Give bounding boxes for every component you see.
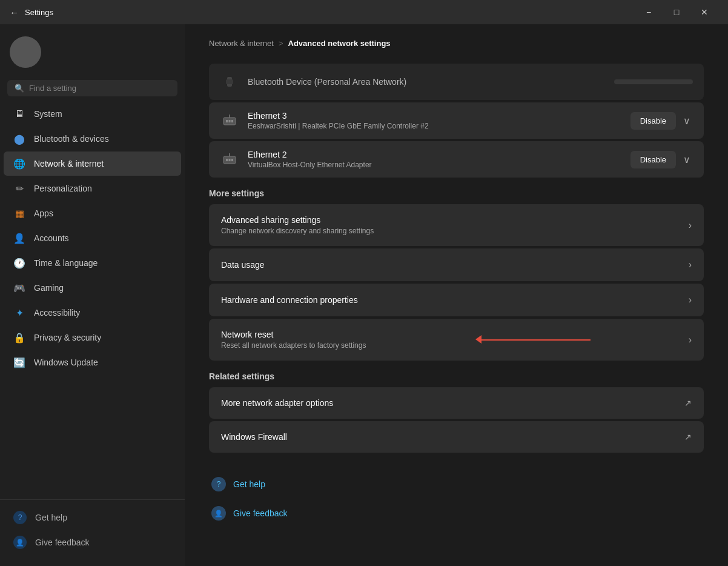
personalization-icon: ✏ — [13, 182, 25, 195]
sidebar: 🔍 🖥 System ⬤ Bluetooth & devices 🌐 Netwo… — [0, 24, 185, 566]
hardware-connection-info: Hardware and connection properties — [221, 295, 689, 305]
more-settings-section-title: More settings — [209, 188, 704, 198]
get-help-label: Get help — [35, 513, 67, 522]
network-reset-title: Network reset — [221, 330, 689, 339]
sidebar-item-label-privacy: Privacy & security — [34, 333, 101, 342]
maximize-button[interactable]: □ — [663, 0, 690, 24]
sidebar-item-network[interactable]: 🌐 Network & internet — [4, 151, 181, 176]
sidebar-item-label-windows-update: Windows Update — [34, 358, 98, 367]
network-reset-row[interactable]: Network reset Reset all network adapters… — [209, 319, 704, 361]
titlebar-left: ← Settings — [10, 7, 53, 18]
breadcrumb: Network & internet > Advanced network se… — [209, 39, 704, 48]
sidebar-search-container: 🔍 — [7, 80, 177, 96]
windows-firewall-external-icon: ↗ — [684, 432, 692, 442]
windows-firewall-info: Windows Firewall — [221, 432, 684, 442]
ethernet3-name: Ethernet 3 — [248, 111, 622, 121]
hardware-connection-title: Hardware and connection properties — [221, 295, 689, 305]
give-feedback-link-label: Give feedback — [233, 508, 288, 518]
titlebar-title: Settings — [25, 8, 53, 17]
ethernet3-card: Ethernet 3 EeshwarSrishti | Realtek PCIe… — [209, 102, 704, 139]
sidebar-item-label-bluetooth: Bluetooth & devices — [34, 134, 109, 144]
svg-rect-3 — [226, 120, 228, 122]
sidebar-nav: 🖥 System ⬤ Bluetooth & devices 🌐 Network… — [0, 101, 185, 499]
network-icon: 🌐 — [13, 158, 25, 170]
sidebar-item-apps[interactable]: ▦ Apps — [4, 201, 181, 225]
sidebar-item-label-accessibility: Accessibility — [34, 308, 80, 318]
ethernet3-actions: Disable ∨ — [630, 112, 693, 130]
network-reset-info: Network reset Reset all network adapters… — [221, 330, 689, 350]
gaming-icon: 🎮 — [13, 282, 25, 294]
ethernet3-expand-button[interactable]: ∨ — [681, 113, 693, 129]
related-settings-section-title: Related settings — [209, 371, 704, 381]
bt-adapter-info: Bluetooth Device (Personal Area Network) — [248, 77, 606, 87]
data-usage-chevron: › — [689, 259, 692, 270]
advanced-sharing-chevron: › — [689, 220, 692, 231]
hardware-connection-row[interactable]: Hardware and connection properties › — [209, 284, 704, 316]
hardware-connection-chevron: › — [689, 295, 692, 305]
sidebar-item-give-feedback[interactable]: 👤 Give feedback — [4, 530, 181, 554]
back-icon[interactable]: ← — [10, 7, 19, 18]
sidebar-item-system[interactable]: 🖥 System — [4, 102, 181, 126]
titlebar: ← Settings − □ ✕ — [0, 0, 728, 24]
sidebar-item-label-network: Network & internet — [34, 159, 104, 168]
sidebar-item-accessibility[interactable]: ✦ Accessibility — [4, 301, 181, 325]
system-icon: 🖥 — [13, 108, 25, 120]
sidebar-item-windows-update[interactable]: 🔄 Windows Update — [4, 350, 181, 375]
give-feedback-link-icon: 👤 — [211, 506, 226, 521]
bt-adapter-name: Bluetooth Device (Personal Area Network) — [248, 77, 606, 87]
ethernet3-disable-button[interactable]: Disable — [630, 112, 676, 130]
minimize-button[interactable]: − — [635, 0, 663, 24]
sidebar-item-time[interactable]: 🕐 Time & language — [4, 251, 181, 275]
sidebar-item-bluetooth[interactable]: ⬤ Bluetooth & devices — [4, 127, 181, 151]
search-input[interactable] — [29, 84, 170, 93]
bt-card-bar — [614, 79, 693, 84]
sidebar-item-accounts[interactable]: 👤 Accounts — [4, 226, 181, 250]
ethernet3-icon — [220, 111, 239, 130]
sidebar-item-personalization[interactable]: ✏ Personalization — [4, 176, 181, 201]
sidebar-item-label-personalization: Personalization — [34, 184, 92, 193]
advanced-sharing-row[interactable]: Advanced sharing settings Change network… — [209, 204, 704, 246]
network-reset-desc: Reset all network adapters to factory se… — [221, 341, 689, 350]
svg-rect-10 — [231, 159, 233, 161]
main-content: Network & internet > Advanced network se… — [185, 24, 728, 566]
ethernet2-desc: VirtualBox Host-Only Ethernet Adapter — [248, 161, 622, 169]
network-reset-chevron: › — [689, 335, 692, 345]
windows-firewall-title: Windows Firewall — [221, 432, 684, 442]
svg-rect-8 — [226, 159, 228, 161]
accounts-icon: 👤 — [13, 232, 25, 244]
get-help-link[interactable]: ? Get help — [209, 471, 704, 498]
avatar — [10, 36, 41, 68]
advanced-sharing-title: Advanced sharing settings — [221, 215, 689, 225]
data-usage-row[interactable]: Data usage › — [209, 248, 704, 281]
bluetooth-icon: ⬤ — [13, 133, 25, 145]
windows-firewall-row[interactable]: Windows Firewall ↗ — [209, 421, 704, 453]
accessibility-icon: ✦ — [13, 307, 25, 319]
sidebar-item-label-accounts: Accounts — [34, 233, 69, 243]
svg-rect-4 — [229, 120, 231, 122]
sidebar-item-label-time: Time & language — [34, 258, 98, 268]
bluetooth-adapter-card: Bluetooth Device (Personal Area Network) — [209, 64, 704, 100]
advanced-sharing-desc: Change network discovery and sharing set… — [221, 227, 689, 235]
privacy-icon: 🔒 — [13, 331, 25, 344]
arrow-annotation — [481, 339, 591, 341]
sidebar-item-gaming[interactable]: 🎮 Gaming — [4, 276, 181, 300]
sidebar-profile — [0, 24, 185, 78]
apps-icon: ▦ — [13, 207, 25, 219]
give-feedback-icon: 👤 — [13, 536, 27, 549]
sidebar-item-privacy[interactable]: 🔒 Privacy & security — [4, 325, 181, 350]
ethernet2-expand-button[interactable]: ∨ — [681, 151, 693, 168]
breadcrumb-current: Advanced network settings — [288, 39, 391, 48]
close-button[interactable]: ✕ — [690, 0, 718, 24]
sidebar-bottom: ? Get help 👤 Give feedback — [0, 499, 185, 560]
arrow-head — [475, 335, 481, 344]
titlebar-controls: − □ ✕ — [635, 0, 718, 24]
app-body: 🔍 🖥 System ⬤ Bluetooth & devices 🌐 Netwo… — [0, 24, 728, 566]
breadcrumb-parent[interactable]: Network & internet — [209, 39, 274, 48]
ethernet2-card: Ethernet 2 VirtualBox Host-Only Ethernet… — [209, 141, 704, 178]
sidebar-item-get-help[interactable]: ? Get help — [4, 505, 181, 530]
sidebar-item-label-apps: Apps — [34, 208, 53, 218]
more-adapter-options-row[interactable]: More network adapter options ↗ — [209, 387, 704, 419]
give-feedback-link[interactable]: 👤 Give feedback — [209, 500, 704, 527]
ethernet2-disable-button[interactable]: Disable — [630, 151, 676, 168]
svg-rect-9 — [229, 159, 231, 161]
